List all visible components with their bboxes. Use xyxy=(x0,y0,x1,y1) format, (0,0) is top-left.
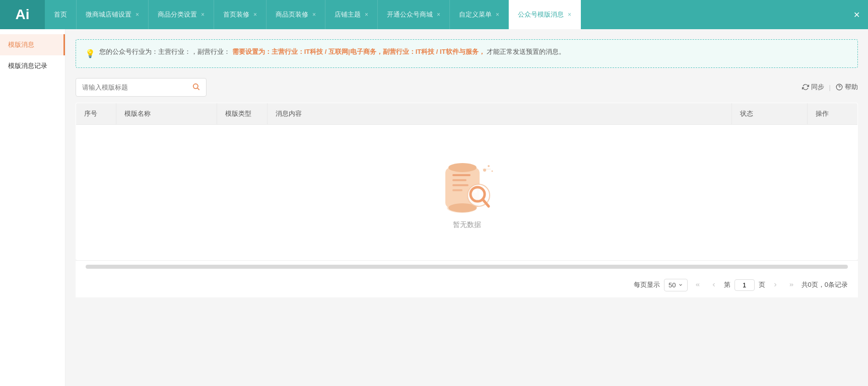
sidebar-item-0[interactable]: 模版消息 xyxy=(0,34,65,55)
nav-tab-2[interactable]: 商品分类设置× xyxy=(149,0,214,29)
help-button[interactable]: 帮助 xyxy=(836,83,858,92)
col-action: 操作 xyxy=(808,103,858,124)
tab-close-btn-1[interactable]: × xyxy=(136,11,139,18)
next-page-button[interactable] xyxy=(769,279,781,291)
svg-point-18 xyxy=(491,170,493,172)
svg-rect-9 xyxy=(452,179,466,181)
svg-rect-8 xyxy=(452,174,471,176)
col-status: 状态 xyxy=(732,103,808,124)
empty-illustration xyxy=(434,155,500,220)
nav-tab-3[interactable]: 首页装修× xyxy=(214,0,266,29)
search-button[interactable] xyxy=(186,79,206,96)
close-all-button[interactable]: ✕ xyxy=(845,10,868,20)
nav-tab-8[interactable]: 公众号模版消息× xyxy=(509,0,581,29)
svg-point-7 xyxy=(448,163,477,172)
search-input[interactable] xyxy=(76,80,186,95)
tab-close-btn-8[interactable]: × xyxy=(568,11,571,18)
search-box xyxy=(76,78,207,97)
tab-close-btn-7[interactable]: × xyxy=(496,11,499,18)
svg-rect-10 xyxy=(452,184,469,186)
page-size-select: 每页显示 50 xyxy=(634,279,687,291)
notice-box: 💡 您的公众号行业为：主营行业：，副营行业： 需要设置为：主营行业：IT科技 /… xyxy=(76,39,858,68)
first-page-button[interactable] xyxy=(692,279,704,291)
nav-tab-4[interactable]: 商品页装修× xyxy=(266,0,325,29)
nav-tab-7[interactable]: 自定义菜单× xyxy=(450,0,509,29)
toolbar: 同步 | 帮助 xyxy=(76,78,858,97)
tab-close-btn-5[interactable]: × xyxy=(365,11,368,18)
nav-tab-0[interactable]: 首页 xyxy=(45,0,77,29)
pagination: 每页显示 50 xyxy=(76,273,858,297)
toolbar-right: 同步 | 帮助 xyxy=(802,83,858,92)
top-nav: Ai 首页微商城店铺设置×商品分类设置×首页装修×商品页装修×店铺主题×开通公众… xyxy=(0,0,868,29)
tab-close-btn-3[interactable]: × xyxy=(253,11,257,18)
sidebar-item-1[interactable]: 模版消息记录 xyxy=(0,55,65,76)
last-page-button[interactable] xyxy=(785,279,797,291)
divider: | xyxy=(829,84,831,91)
notice-icon: 💡 xyxy=(85,47,95,60)
empty-text: 暂无数据 xyxy=(453,220,481,229)
svg-point-0 xyxy=(193,84,198,88)
page-number-input[interactable] xyxy=(735,279,755,291)
sync-button[interactable]: 同步 xyxy=(802,83,824,92)
col-type: 模版类型 xyxy=(217,103,268,124)
tab-close-btn-2[interactable]: × xyxy=(201,11,205,18)
data-table: 序号 模版名称 模版类型 消息内容 状态 操作 xyxy=(76,103,858,260)
nav-tabs: 首页微商城店铺设置×商品分类设置×首页装修×商品页装修×店铺主题×开通公众号商城… xyxy=(45,0,845,29)
tab-close-btn-4[interactable]: × xyxy=(312,11,316,18)
fake-scrollbar[interactable] xyxy=(86,265,848,269)
tab-close-btn-6[interactable]: × xyxy=(437,11,440,18)
page-total: 共0页，0条记录 xyxy=(802,280,848,289)
content-area: 💡 您的公众号行业为：主营行业：，副营行业： 需要设置为：主营行业：IT科技 /… xyxy=(65,29,868,386)
col-index: 序号 xyxy=(76,103,116,124)
svg-point-15 xyxy=(473,189,477,193)
nav-tab-6[interactable]: 开通公众号商城× xyxy=(378,0,450,29)
empty-state: 暂无数据 xyxy=(76,125,857,260)
col-content: 消息内容 xyxy=(268,103,732,124)
notice-text: 您的公众号行业为：主营行业：，副营行业： 需要设置为：主营行业：IT科技 / 互… xyxy=(99,47,565,57)
page-size-dropdown[interactable]: 50 xyxy=(664,279,687,291)
prev-page-button[interactable] xyxy=(708,279,720,291)
col-name: 模版名称 xyxy=(116,103,217,124)
logo: Ai xyxy=(0,0,45,29)
sidebar: 模版消息模版消息记录 xyxy=(0,29,65,386)
svg-line-1 xyxy=(197,88,199,90)
nav-tab-1[interactable]: 微商城店铺设置× xyxy=(77,0,149,29)
svg-point-17 xyxy=(488,165,490,167)
table-header-row: 序号 模版名称 模版类型 消息内容 状态 操作 xyxy=(76,103,858,124)
nav-tab-5[interactable]: 店铺主题× xyxy=(325,0,378,29)
main-layout: 模版消息模版消息记录 💡 您的公众号行业为：主营行业：，副营行业： 需要设置为：… xyxy=(0,29,868,386)
scrollbar-container xyxy=(76,260,858,273)
svg-rect-11 xyxy=(452,189,462,191)
